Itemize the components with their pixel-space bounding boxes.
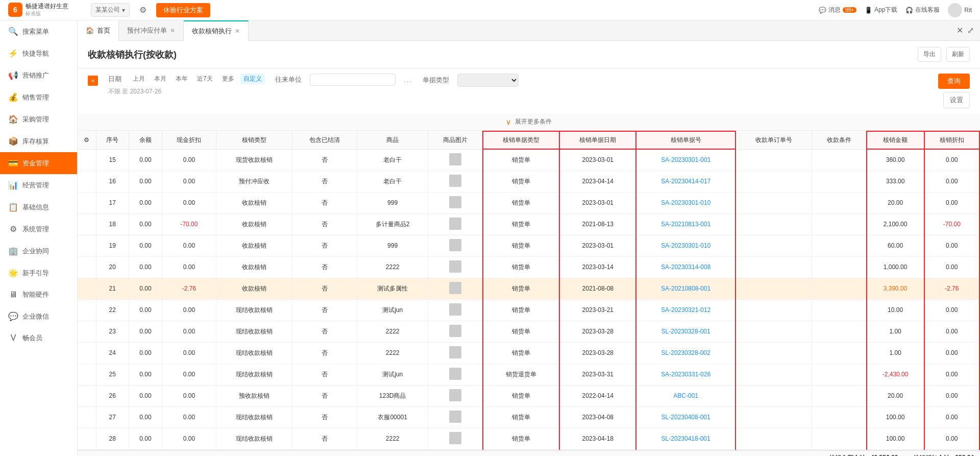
td-cash-discount: -70.00: [162, 213, 216, 235]
app-download-btn[interactable]: 📱 App下载: [865, 6, 897, 14]
sidebar-item-vip[interactable]: V 畅会员: [0, 327, 77, 349]
td-gear: [78, 385, 96, 406]
collapse-filter-btn[interactable]: «: [88, 76, 98, 86]
td-receipt-cond: [812, 321, 866, 342]
td-verify-type: 现结收款核销: [216, 342, 292, 364]
sidebar-item-smart-hw[interactable]: 🖥 智能硬件: [0, 284, 77, 305]
sidebar-item-basic-info[interactable]: 📋 基础信息: [0, 196, 77, 218]
td-bill-no[interactable]: SL-20230408-001: [636, 406, 736, 428]
td-bill-no[interactable]: SA-20230301-010: [636, 192, 736, 213]
td-no: 25: [96, 364, 129, 385]
sidebar-item-search[interactable]: 🔍 搜索菜单: [0, 20, 77, 42]
date-custom[interactable]: 自定义: [240, 74, 265, 84]
settings-button[interactable]: 设置: [943, 92, 970, 108]
td-bill-type: 销货单: [483, 235, 559, 256]
sidebar-item-inventory[interactable]: 📦 库存核算: [0, 130, 77, 152]
td-bill-type: 销货单: [483, 278, 559, 299]
company-name: 某某公司: [95, 6, 120, 14]
td-no: 16: [96, 171, 129, 192]
td-bill-no[interactable]: SA-20230301-010: [636, 235, 736, 256]
td-bill-no[interactable]: SL-20230418-001: [636, 428, 736, 449]
tab-prepay[interactable]: 预付冲应付单 ✕: [119, 20, 184, 41]
export-button[interactable]: 导出: [918, 47, 941, 62]
table-row: 22 0.00 0.00 现结收款核销 否 测试jun 销货单 2023-03-…: [78, 299, 979, 321]
td-bill-no[interactable]: SA-20210808-001: [636, 278, 736, 299]
date-this-year[interactable]: 本年: [173, 74, 191, 84]
td-bill-date: 2023-03-01: [559, 149, 636, 171]
tab-prepay-close[interactable]: ✕: [170, 27, 175, 34]
td-receipt-order-no: [736, 213, 812, 235]
partner-input[interactable]: [310, 74, 396, 86]
sidebar-item-wechat[interactable]: 💬 企业微信: [0, 305, 77, 327]
td-goods: 老白干: [357, 149, 428, 171]
td-include-settled: 否: [292, 171, 357, 192]
td-bill-no[interactable]: SA-20230314-008: [636, 256, 736, 278]
td-verify-type: 收款核销: [216, 213, 292, 235]
sidebar-item-newbie[interactable]: 🌟 新手引导: [0, 262, 77, 284]
user-area[interactable]: Rit: [948, 3, 972, 17]
td-gear: [78, 364, 96, 385]
chevron-down-icon: ∨: [506, 118, 511, 126]
online-service-btn[interactable]: 🎧 在线客服: [905, 6, 940, 14]
td-gear: [78, 406, 96, 428]
table-container: ⚙ 序号 余额 现金折扣 核销类型 包含已结清 商品 商品图片 核销单据类型 核…: [78, 131, 980, 456]
td-bill-no[interactable]: SA-20230414-017: [636, 171, 736, 192]
company-selector[interactable]: 某某公司 ▾: [91, 3, 130, 17]
td-goods: 测试多属性: [357, 278, 428, 299]
partner-more-icon[interactable]: ...: [404, 76, 412, 84]
sidebar-item-finance[interactable]: 💳 资金管理: [0, 152, 77, 174]
tab-receipt-verify[interactable]: 收款核销执行 ✕: [184, 20, 249, 41]
sidebar-item-sales[interactable]: 💰 销售管理: [0, 86, 77, 108]
goods-image-cell: [428, 278, 483, 299]
expand-more-btn[interactable]: ∨ 展开更多条件: [502, 115, 556, 128]
date-last-month[interactable]: 上月: [130, 74, 148, 84]
td-receipt-cond: [812, 342, 866, 364]
sidebar-item-purchase[interactable]: 🏠 采购管理: [0, 108, 77, 130]
th-gear[interactable]: ⚙: [78, 131, 96, 149]
td-receipt-cond: [812, 171, 866, 192]
basic-info-icon: 📋: [8, 202, 18, 212]
bill-type-select[interactable]: [457, 74, 519, 87]
td-bill-no[interactable]: ABC-001: [636, 385, 736, 406]
industry-button[interactable]: 休验行业方案: [156, 3, 210, 17]
date-more[interactable]: 更多: [219, 74, 237, 84]
sidebar-item-marketing[interactable]: 📢 营销推广: [0, 64, 77, 86]
refresh-button[interactable]: 刷新: [946, 47, 970, 62]
logo-icon: 6: [8, 3, 22, 17]
td-receipt-order-no: [736, 235, 812, 256]
sidebar-item-system[interactable]: ⚙ 系统管理: [0, 218, 77, 240]
td-verify-type: 现结收款核销: [216, 428, 292, 449]
footer-verify-discount: 核销折扣合计: 952.24: [913, 454, 974, 457]
sidebar-item-operations[interactable]: 📊 经营管理: [0, 174, 77, 196]
date-this-month[interactable]: 本月: [151, 74, 169, 84]
td-receipt-order-no: [736, 321, 812, 342]
td-gear: [78, 428, 96, 449]
td-bill-no[interactable]: SA-20230301-001: [636, 149, 736, 171]
tab-receipt-verify-close[interactable]: ✕: [235, 28, 240, 35]
page-title: 收款核销执行(按收款): [88, 49, 177, 61]
td-bill-no[interactable]: SA-20210813-001: [636, 213, 736, 235]
td-verify-discount: -2.76: [924, 278, 979, 299]
logo-area: 6 畅捷通谱好生意 标准版: [8, 3, 85, 17]
table-row: 23 0.00 0.00 现结收款核销 否 2222 销货单 2023-03-2…: [78, 321, 979, 342]
sidebar-item-quick-nav[interactable]: ⚡ 快捷导航: [0, 42, 77, 64]
message-btn[interactable]: 💬 消息 99+: [819, 6, 856, 14]
table-footer: 核销金额合计: 40,556,66... 核销折扣合计: 952.24: [78, 450, 980, 457]
settings-icon[interactable]: ⚙: [136, 3, 150, 17]
td-bill-no[interactable]: SL-20230328-002: [636, 342, 736, 364]
partner-filter: 往来单位 ...: [275, 74, 412, 86]
td-bill-no[interactable]: SA-20230331-026: [636, 364, 736, 385]
tab-home[interactable]: 🏠 首页: [78, 20, 119, 41]
close-window-icon[interactable]: ✕: [957, 26, 963, 35]
td-receipt-cond: [812, 385, 866, 406]
th-cash-discount: 现金折扣: [162, 131, 216, 149]
maximize-icon[interactable]: ⤢: [967, 26, 974, 35]
page-header: 收款核销执行(按收款) 导出 刷新: [78, 41, 980, 68]
td-cash-discount: 0.00: [162, 149, 216, 171]
date-last-7days[interactable]: 近7天: [194, 74, 216, 84]
td-bill-no[interactable]: SL-20230328-001: [636, 321, 736, 342]
sidebar-item-corp-collab[interactable]: 🏢 企业协同: [0, 240, 77, 262]
query-button[interactable]: 查询: [938, 74, 970, 89]
td-include-settled: 否: [292, 213, 357, 235]
td-bill-no[interactable]: SA-20230321-012: [636, 299, 736, 321]
